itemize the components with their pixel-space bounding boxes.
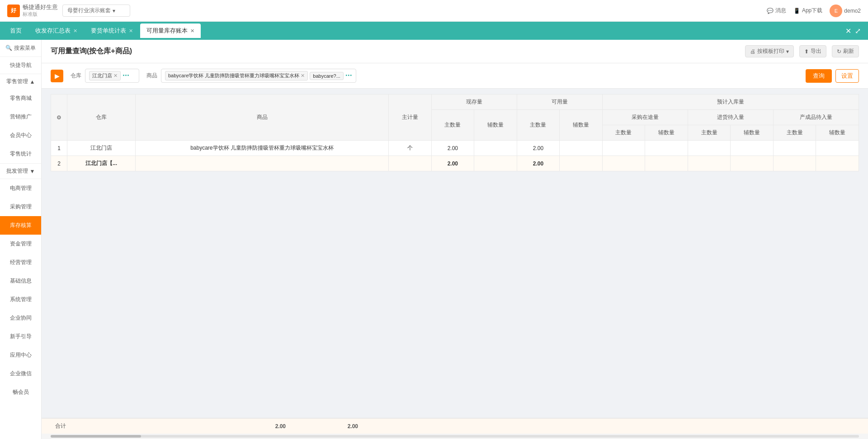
td-stock-qty: 2.00 [431, 141, 474, 156]
app-center-label: 应用中心 [10, 351, 32, 359]
product-input[interactable]: babycare学饮杯 儿童防摔防撞吸管杯重力球吸嘴杯宝宝水杯 ✕ babyca… [161, 69, 356, 83]
top-bar: 好 畅捷通好生意 标准版 母婴行业演示账套 ▾ 💬 消息 📱 App下载 E d… [0, 0, 868, 22]
settings-button[interactable]: 设置 [835, 69, 859, 83]
download-icon: 📱 [793, 8, 800, 14]
sidebar-item-retail-store[interactable]: 零售商城 [0, 89, 41, 108]
tab-order-stats[interactable]: 要货单统计表 ✕ [85, 24, 139, 38]
tab-receive-summary[interactable]: 收发存汇总表 ✕ [29, 24, 84, 38]
sidebar-search[interactable]: 🔍 搜索菜单 [0, 40, 41, 57]
table-row: 2 江北门店【... 2.00 2.00 [51, 156, 859, 171]
industry-selector[interactable]: 母婴行业演示账套 ▾ [62, 5, 130, 17]
sidebar-item-system-mgmt[interactable]: 系统管理 [0, 290, 41, 309]
sidebar-item-wholesale-mgmt[interactable]: 批发管理 ▼ [0, 164, 41, 179]
tab-available-stock[interactable]: 可用量库存账本 ✕ [140, 24, 201, 38]
sidebar-item-marketing[interactable]: 营销推广 [0, 108, 41, 126]
sidebar-item-wechat[interactable]: 企业微信 [0, 364, 41, 383]
warehouse-tag-text: 江北门店 [92, 72, 112, 79]
product-label: 商品 [146, 72, 157, 80]
product-more-icon[interactable]: ··· [345, 71, 352, 80]
close-tab-icon[interactable]: ✕ [845, 27, 851, 35]
scrollbar-container[interactable] [42, 434, 868, 439]
refresh-button[interactable]: ↻ 刷新 [832, 45, 859, 57]
td-product: babycare学饮杯 儿童防摔防撞吸管杯重力球吸嘴杯宝宝水杯 [135, 141, 388, 156]
td-purchase-trans-qty-subtotal [602, 156, 645, 171]
warehouse-tag-close[interactable]: ✕ [113, 73, 118, 79]
th-finished-pending-aux: 辅数量 [816, 125, 859, 141]
td-row-num: 2 [51, 156, 67, 171]
user-profile[interactable]: E demo2 [830, 5, 861, 17]
print-icon: 🖨 [750, 48, 755, 55]
product-tag-2: babycare?... [310, 72, 344, 80]
td-inbound-pending-qty [688, 141, 731, 156]
logo-text: 畅捷通好生意 [23, 4, 58, 11]
warehouse-more-icon[interactable]: ··· [123, 71, 129, 80]
td-stock-qty-subtotal: 2.00 [431, 156, 474, 171]
sidebar-item-ecommerce[interactable]: 电商管理 [0, 179, 41, 198]
tab-close-icon[interactable]: ✕ [190, 28, 194, 34]
query-button[interactable]: 查询 [806, 69, 832, 83]
industry-label: 母婴行业演示账套 [67, 7, 111, 14]
sidebar-item-inventory[interactable]: 库存核算 [0, 216, 41, 235]
product-tag-2-text: babycare?... [313, 73, 340, 79]
search-label: 搜索菜单 [14, 45, 36, 51]
export-label: 导出 [811, 47, 821, 55]
th-warehouse: 仓库 [67, 94, 136, 141]
th-purchase-trans: 采购在途量 [602, 110, 688, 125]
sidebar-item-member[interactable]: 畅会员 [0, 383, 41, 401]
retail-store-label: 零售商城 [10, 94, 32, 102]
product-filter: 商品 babycare学饮杯 儿童防摔防撞吸管杯重力球吸嘴杯宝宝水杯 ✕ bab… [146, 69, 356, 83]
th-purchase-trans-aux: 辅数量 [645, 125, 688, 141]
warehouse-filter: 仓库 江北门店 ✕ ··· [71, 69, 139, 83]
template-print-button[interactable]: 🖨 按模板打印 ▾ [745, 45, 794, 57]
warehouse-input[interactable]: 江北门店 ✕ ··· [85, 69, 139, 83]
sidebar-item-finance[interactable]: 资金管理 [0, 235, 41, 253]
tab-close-icon[interactable]: ✕ [129, 28, 133, 34]
refresh-label: 刷新 [843, 47, 854, 55]
product-tag-1: babycare学饮杯 儿童防摔防撞吸管杯重力球吸嘴杯宝宝水杯 ✕ [165, 71, 308, 80]
th-settings-icon[interactable]: ⚙ [51, 94, 67, 141]
filter-toggle-button[interactable]: ▶ [51, 70, 63, 82]
data-table: ⚙ 仓库 商品 主计量 现存量 可用量 预计入库量 主数量 辅数量 主数量 辅数… [51, 94, 859, 171]
operations-label: 经营管理 [10, 259, 32, 266]
sidebar-item-member-center[interactable]: 会员中心 [0, 126, 41, 145]
sidebar-item-enterprise[interactable]: 企业协同 [0, 309, 41, 327]
td-stock-aux-subtotal [474, 156, 517, 171]
page-title: 可用量查询(按仓库+商品) [51, 47, 132, 61]
export-button[interactable]: ⬆ 导出 [799, 45, 826, 57]
sidebar-item-retail-stats[interactable]: 零售统计 [0, 145, 41, 163]
ecommerce-label: 电商管理 [10, 184, 32, 192]
th-forecast-in: 预计入库量 [602, 94, 859, 110]
table-container[interactable]: ⚙ 仓库 商品 主计量 现存量 可用量 预计入库量 主数量 辅数量 主数量 辅数… [42, 89, 868, 418]
sidebar-item-new-guide[interactable]: 新手引导 [0, 327, 41, 346]
scrollbar-track[interactable] [51, 435, 859, 438]
scrollbar-thumb[interactable] [51, 435, 141, 438]
tab-home[interactable]: 首页 [4, 24, 28, 38]
sidebar-item-operations[interactable]: 经营管理 [0, 253, 41, 272]
td-unit: 个 [389, 141, 432, 156]
page-header: 可用量查询(按仓库+商品) 🖨 按模板打印 ▾ ⬆ 导出 ↻ 刷新 [42, 40, 868, 63]
logo-text-block: 畅捷通好生意 标准版 [23, 4, 58, 18]
sidebar-item-purchase[interactable]: 采购管理 [0, 198, 41, 216]
retail-stats-label: 零售统计 [10, 150, 32, 158]
purchase-label: 采购管理 [10, 203, 32, 211]
th-available: 可用量 [517, 94, 602, 110]
tab-close-icon[interactable]: ✕ [73, 28, 77, 34]
sidebar-quick-nav[interactable]: 快捷导航 [0, 57, 41, 74]
retail-mgmt-label: 零售管理 [6, 78, 28, 85]
message-label: 消息 [775, 7, 786, 14]
sidebar-item-basic-info[interactable]: 基础信息 [0, 272, 41, 290]
td-purchase-trans-aux-subtotal [645, 156, 688, 171]
message-button[interactable]: 💬 消息 [767, 7, 786, 14]
export-icon: ⬆ [804, 48, 809, 55]
table-row: 1 江北门店 babycare学饮杯 儿童防摔防撞吸管杯重力球吸嘴杯宝宝水杯 个… [51, 141, 859, 156]
th-stock-qty: 主数量 [431, 110, 474, 141]
sidebar-item-retail-mgmt[interactable]: 零售管理 ▲ [0, 74, 41, 89]
search-icon: 🔍 [5, 45, 12, 51]
summary-avail-total: 2.00 [322, 423, 358, 430]
td-avail-aux [560, 141, 603, 156]
expand-icon[interactable]: ⤢ [855, 27, 861, 35]
app-download-button[interactable]: 📱 App下载 [793, 7, 822, 14]
product-tag-1-close[interactable]: ✕ [301, 73, 305, 79]
sidebar-item-app-center[interactable]: 应用中心 [0, 346, 41, 364]
summary-text: 合计 [55, 423, 66, 429]
